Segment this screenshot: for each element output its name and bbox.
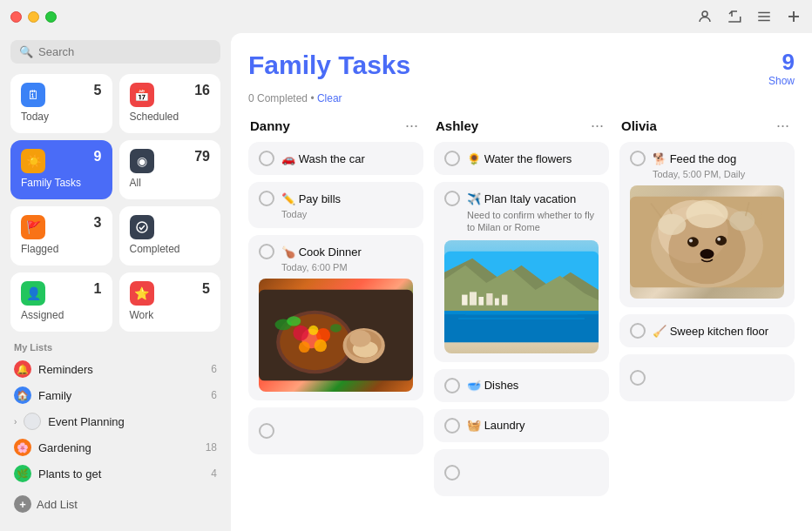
olivia-more-icon[interactable]: ···	[773, 117, 793, 135]
task-circle	[259, 151, 274, 166]
task-water-flowers[interactable]: 🌻 Water the flowers	[434, 142, 609, 175]
sidebar-item-today[interactable]: 🗓 5 Today	[10, 74, 112, 133]
scheduled-icon: 📅	[130, 83, 154, 107]
task-italy-vacation[interactable]: ✈️ Plan Italy vacation Need to confirm w…	[434, 182, 609, 362]
gardening-count: 18	[206, 441, 217, 454]
task-wash-car[interactable]: 🚗 Wash the car	[248, 142, 423, 175]
task-circle	[630, 323, 646, 339]
danny-empty-card[interactable]	[248, 407, 423, 454]
column-ashley: Ashley ··· 🌻 Water the flowers ✈️ Plan I…	[434, 117, 609, 522]
sidebar-item-event-planning[interactable]: › Event Planning	[10, 408, 220, 434]
sidebar-item-gardening[interactable]: 🌸 Gardening 18	[10, 434, 220, 460]
task-cook-dinner[interactable]: 🍗 Cook Dinner Today, 6:00 PM	[248, 235, 423, 400]
svg-point-46	[717, 238, 721, 241]
work-label: Work	[130, 309, 211, 321]
svg-point-14	[299, 341, 310, 353]
task-feed-dog[interactable]: 🐕 Feed the dog Today, 5:00 PM, Daily	[619, 142, 795, 307]
assigned-count: 1	[94, 281, 102, 297]
task-subtitle: Today	[259, 209, 413, 219]
task-title: 🧹 Sweep kitchen floor	[653, 325, 768, 338]
page-title: Family Tasks	[248, 50, 410, 80]
today-label: Today	[21, 111, 102, 123]
svg-point-47	[700, 249, 714, 259]
today-icon: 🗓	[21, 83, 45, 107]
family-dot: 🏠	[14, 386, 31, 404]
sidebar-item-work[interactable]: ⭐ 5 Work	[119, 272, 221, 332]
sidebar-item-completed[interactable]: Completed	[119, 206, 221, 266]
completed-label: Completed	[130, 243, 211, 255]
show-link[interactable]: Show	[768, 75, 795, 87]
svg-point-6	[137, 222, 147, 232]
minimize-button[interactable]	[28, 11, 39, 23]
search-input[interactable]	[38, 45, 212, 58]
sidebar-item-assigned[interactable]: 👤 1 Assigned	[10, 272, 112, 332]
sidebar: 🔍 🗓 5 Today 📅 16 Scheduled	[0, 33, 231, 531]
ashley-more-icon[interactable]: ···	[587, 117, 607, 135]
svg-point-43	[687, 237, 699, 246]
clear-link[interactable]: Clear	[317, 92, 342, 104]
person-icon[interactable]	[697, 9, 713, 24]
family-tasks-icon: ☀️	[21, 149, 45, 173]
maximize-button[interactable]	[45, 11, 57, 23]
column-olivia: Olivia ··· 🐕 Feed the dog Today, 5:00 PM…	[619, 117, 795, 522]
gardening-name: Gardening	[38, 441, 199, 454]
close-button[interactable]	[10, 11, 22, 23]
svg-rect-24	[444, 311, 599, 342]
task-title: 🐕 Feed the dog	[653, 152, 736, 165]
my-lists-label: My Lists	[10, 342, 220, 353]
task-circle	[259, 244, 274, 259]
expand-icon: ›	[14, 417, 17, 427]
task-circle	[444, 151, 460, 166]
sidebar-item-family-tasks[interactable]: ☀️ 9 Family Tasks	[10, 140, 112, 199]
task-circle	[444, 418, 460, 434]
plants-name: Plants to get	[38, 467, 204, 481]
task-circle	[630, 151, 646, 166]
ashley-empty-card[interactable]	[434, 449, 609, 496]
column-danny: Danny ··· 🚗 Wash the car ✏️ Pay bills	[248, 117, 423, 522]
svg-point-0	[702, 11, 707, 17]
olivia-header: Olivia ···	[619, 117, 795, 135]
sidebar-item-family[interactable]: 🏠 Family 6	[10, 382, 220, 408]
task-subtitle: Today, 5:00 PM, Daily	[630, 169, 784, 179]
svg-point-44	[715, 236, 727, 245]
plus-icon[interactable]	[786, 9, 802, 24]
all-count: 79	[194, 149, 210, 165]
task-title: 🥣 Dishes	[467, 379, 518, 392]
share-icon[interactable]	[727, 9, 742, 24]
svg-point-15	[308, 326, 318, 335]
svg-rect-29	[470, 292, 477, 305]
list-icon[interactable]	[756, 9, 772, 24]
task-sweep-floor[interactable]: 🧹 Sweep kitchen floor	[619, 314, 795, 347]
all-label: All	[130, 177, 211, 189]
sidebar-item-plants[interactable]: 🌿 Plants to get 4	[10, 460, 220, 487]
scheduled-label: Scheduled	[130, 111, 211, 123]
food-image	[259, 279, 413, 392]
task-dishes[interactable]: 🥣 Dishes	[434, 369, 609, 402]
task-circle	[444, 465, 460, 481]
sidebar-item-reminders[interactable]: 🔔 Reminders 6	[10, 356, 220, 382]
svg-rect-34	[465, 313, 578, 314]
app-container: 🔍 🗓 5 Today 📅 16 Scheduled	[0, 33, 812, 531]
sidebar-item-scheduled[interactable]: 📅 16 Scheduled	[119, 74, 221, 133]
completed-count-widget: 9 Show	[768, 50, 795, 87]
task-laundry[interactable]: 🧺 Laundry	[434, 409, 609, 442]
svg-point-42	[686, 200, 727, 228]
add-list-button[interactable]: + Add List	[10, 490, 220, 518]
sidebar-item-all[interactable]: ◉ 79 All	[119, 140, 221, 199]
flagged-icon: 🚩	[21, 215, 45, 239]
task-circle	[444, 378, 460, 393]
task-pay-bills[interactable]: ✏️ Pay bills Today	[248, 182, 423, 228]
olivia-empty-card[interactable]	[619, 354, 795, 401]
svg-point-12	[293, 326, 308, 341]
svg-point-19	[350, 330, 371, 346]
svg-point-22	[330, 324, 342, 333]
danny-more-icon[interactable]: ···	[402, 117, 422, 135]
svg-rect-32	[495, 298, 499, 305]
sidebar-item-flagged[interactable]: 🚩 3 Flagged	[10, 206, 112, 266]
search-bar[interactable]: 🔍	[10, 40, 220, 64]
olivia-name: Olivia	[621, 118, 657, 133]
svg-rect-33	[502, 294, 507, 305]
reminders-name: Reminders	[38, 363, 204, 376]
assigned-icon: 👤	[21, 281, 45, 306]
plants-count: 4	[211, 467, 217, 480]
